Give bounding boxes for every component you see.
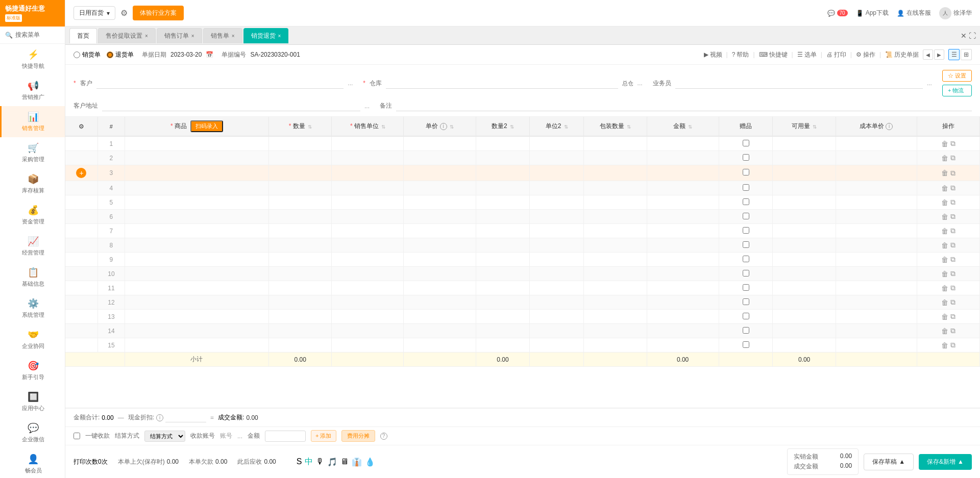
row-cost-14[interactable] <box>836 324 917 338</box>
row-unit-9[interactable] <box>332 253 404 267</box>
row-cost-10[interactable] <box>836 267 917 281</box>
product-input-10[interactable] <box>128 270 265 278</box>
row-unit-3[interactable] <box>332 165 404 181</box>
row-price-4[interactable] <box>404 181 476 195</box>
module-select[interactable]: 日用百货 ▾ <box>74 6 115 20</box>
sidebar-item-apps[interactable]: 🔲 应用中心 <box>0 386 65 417</box>
qty-input-11[interactable] <box>272 285 328 292</box>
row-pkg-4[interactable] <box>584 181 647 195</box>
salesperson-input[interactable] <box>675 78 923 89</box>
row-amount-5[interactable] <box>647 195 719 210</box>
qty-input-14[interactable] <box>272 328 328 335</box>
row-pkg-6[interactable] <box>584 210 647 224</box>
row-pkg-3[interactable] <box>584 165 647 181</box>
gift-checkbox-9[interactable] <box>743 256 749 262</box>
gift-checkbox-11[interactable] <box>743 284 749 291</box>
radio-return[interactable]: 退货单 <box>107 51 134 59</box>
logistics-btn[interactable]: + 物流 <box>942 85 972 96</box>
row-price-3[interactable] <box>404 165 476 181</box>
row-amount-9[interactable] <box>647 253 719 267</box>
gift-checkbox-6[interactable] <box>743 213 749 219</box>
row-product-1[interactable] <box>125 136 268 151</box>
product-input-6[interactable] <box>128 213 265 220</box>
row-pkg-7[interactable] <box>584 224 647 238</box>
row-qty-13[interactable] <box>268 310 331 324</box>
row-cost-8[interactable] <box>836 238 917 253</box>
user-profile-btn[interactable]: 人 徐泽华 <box>939 7 972 19</box>
row-product-6[interactable] <box>125 210 268 224</box>
row-product-12[interactable] <box>125 295 268 310</box>
qty-input-3[interactable] <box>272 169 328 177</box>
row-qty2-15[interactable] <box>476 338 530 353</box>
sidebar-item-inventory[interactable]: 📦 库存核算 <box>0 168 65 199</box>
select-order-btn[interactable]: ☰ 选单 <box>797 51 817 59</box>
delete-icon-14[interactable]: 🗑 <box>941 327 948 335</box>
row-amount-14[interactable] <box>647 324 719 338</box>
row-product-8[interactable] <box>125 238 268 253</box>
one-click-checkbox[interactable] <box>74 433 80 439</box>
sidebar-item-operations[interactable]: 📈 经营管理 <box>0 231 65 262</box>
row-unit-14[interactable] <box>332 324 404 338</box>
gift-checkbox-5[interactable] <box>743 198 749 205</box>
radio-delivery-input[interactable] <box>74 52 80 58</box>
history-btn[interactable]: 📜 历史单据 <box>885 51 919 59</box>
salesperson-dots[interactable]: ... <box>927 80 932 87</box>
row-cost-3[interactable] <box>836 165 917 181</box>
trial-btn[interactable]: 体验行业方案 <box>133 6 184 20</box>
product-input-7[interactable] <box>128 228 265 235</box>
radio-return-input[interactable] <box>107 52 113 58</box>
row-cost-2[interactable] <box>836 151 917 165</box>
sidebar-item-enterprise[interactable]: 🤝 企业协同 <box>0 324 65 355</box>
row-unit-5[interactable] <box>332 195 404 210</box>
help-btn[interactable]: ? 帮助 <box>732 51 749 59</box>
row-amount-1[interactable] <box>647 136 719 151</box>
row-unit2-11[interactable] <box>530 281 584 295</box>
operations-btn[interactable]: ⚙ 操作 <box>856 51 875 59</box>
delete-icon-13[interactable]: 🗑 <box>941 313 948 321</box>
product-input-8[interactable] <box>128 242 265 249</box>
row-qty2-5[interactable] <box>476 195 530 210</box>
copy-icon-6[interactable]: ⧉ <box>950 212 955 221</box>
message-btn[interactable]: 💬 70 <box>827 10 848 17</box>
add-payment-btn[interactable]: + 添加 <box>311 430 336 442</box>
discount-input[interactable] <box>165 413 206 422</box>
row-gift-14[interactable] <box>719 324 773 338</box>
row-amount-11[interactable] <box>647 281 719 295</box>
row-unit-12[interactable] <box>332 295 404 310</box>
row-gift-10[interactable] <box>719 267 773 281</box>
row-amount-4[interactable] <box>647 181 719 195</box>
split-cost-btn[interactable]: 费用分摊 <box>341 430 375 442</box>
tab-delivery-close-icon[interactable]: × <box>232 33 235 39</box>
tab-price-setting[interactable]: 售价提取设置 × <box>98 28 156 43</box>
row-cost-15[interactable] <box>836 338 917 353</box>
row-cost-12[interactable] <box>836 295 917 310</box>
copy-icon-14[interactable]: ⧉ <box>950 326 955 335</box>
row-product-3[interactable] <box>125 165 268 181</box>
row-product-11[interactable] <box>125 281 268 295</box>
account-dots[interactable]: ... <box>237 433 242 440</box>
qty-input-4[interactable] <box>272 185 328 192</box>
gift-checkbox-4[interactable] <box>743 184 749 191</box>
row-cost-11[interactable] <box>836 281 917 295</box>
row-unit2-14[interactable] <box>530 324 584 338</box>
delete-icon-7[interactable]: 🗑 <box>941 227 948 235</box>
gift-checkbox-15[interactable] <box>743 341 749 348</box>
amount-sort-icon[interactable]: ⇅ <box>688 124 692 130</box>
row-qty-10[interactable] <box>268 267 331 281</box>
row-cost-9[interactable] <box>836 253 917 267</box>
copy-icon-2[interactable]: ⧉ <box>950 154 955 162</box>
delete-icon-3[interactable]: 🗑 <box>941 169 948 177</box>
row-pkg-12[interactable] <box>584 295 647 310</box>
row-product-2[interactable] <box>125 151 268 165</box>
row-pkg-13[interactable] <box>584 310 647 324</box>
row-product-10[interactable] <box>125 267 268 281</box>
row-unit-10[interactable] <box>332 267 404 281</box>
warehouse-input[interactable] <box>386 78 618 89</box>
row-amount-3[interactable] <box>647 165 719 181</box>
row-unit-8[interactable] <box>332 238 404 253</box>
row-unit2-4[interactable] <box>530 181 584 195</box>
row-product-7[interactable] <box>125 224 268 238</box>
next-doc-btn[interactable]: ▶ <box>934 49 944 60</box>
row-gift-6[interactable] <box>719 210 773 224</box>
row-avail-12[interactable] <box>773 295 836 310</box>
